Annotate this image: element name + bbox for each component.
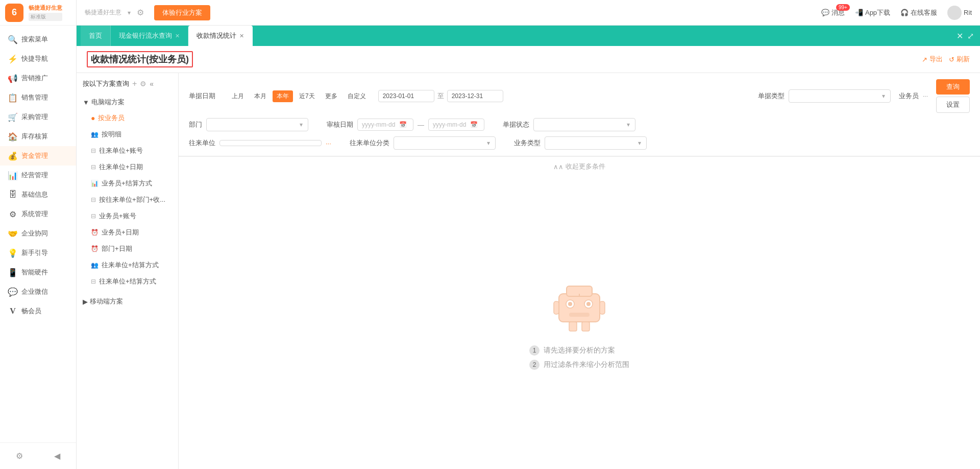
wechat-icon: 💬: [8, 287, 17, 296]
sidebar-item-label: 搜索菜单: [21, 35, 48, 44]
sidebar-item-finance[interactable]: 💰 资金管理: [0, 146, 76, 166]
date-tab-this-month[interactable]: 本月: [250, 90, 271, 102]
scheme-item-by-detail[interactable]: 👥 按明细: [77, 126, 178, 143]
review-date-to[interactable]: yyyy-mm-dd 📅: [428, 119, 484, 131]
sidebar-item-quick-nav[interactable]: ⚡ 快捷导航: [0, 49, 76, 68]
tab-bank-flow-close[interactable]: ✕: [175, 33, 180, 39]
desktop-group-title[interactable]: ▼ 电脑端方案: [77, 95, 178, 110]
scheme-item-unit-date[interactable]: ⊟ 往来单位+日期: [77, 159, 178, 175]
scheme-header-label: 按以下方案查询: [83, 79, 129, 88]
tab-close-btn[interactable]: ✕: [957, 31, 963, 41]
sidebar-collapse-btn[interactable]: ◀: [51, 448, 63, 464]
sidebar-settings-btn[interactable]: ⚙: [13, 448, 26, 464]
doc-type-filter-group: 单据类型 ▾: [758, 89, 891, 103]
sidebar-item-inventory[interactable]: 🏠 库存核算: [0, 127, 76, 146]
scheme-item-salesperson-date[interactable]: ⏰ 业务员+日期: [77, 224, 178, 241]
scheme-item-salesperson-settle[interactable]: 📊 业务员+结算方式: [77, 175, 178, 192]
sidebar-item-wechat[interactable]: 💬 企业微信: [0, 282, 76, 301]
sidebar-item-guide[interactable]: 💡 新手引导: [0, 243, 76, 263]
doc-status-select[interactable]: ▾: [533, 118, 635, 131]
scheme-header: 按以下方案查询 + ⚙ «: [77, 73, 178, 92]
tab-home[interactable]: 首页: [81, 26, 111, 46]
sidebar-bottom: ⚙ ◀: [0, 442, 76, 469]
scheme-item-salesperson-account[interactable]: ⊟ 业务员+账号: [77, 208, 178, 224]
topbar-gear-icon[interactable]: ⚙: [137, 8, 144, 17]
date-tab-this-year[interactable]: 本年: [273, 90, 293, 102]
unit-select[interactable]: [219, 140, 322, 146]
review-date-from[interactable]: yyyy-mm-dd 📅: [357, 119, 413, 131]
date-tab-last-month[interactable]: 上月: [228, 90, 248, 102]
setting-button[interactable]: 设置: [936, 97, 970, 113]
scheme-item-unit-account[interactable]: ⊟ 往来单位+账号: [77, 143, 178, 159]
date-to-input[interactable]: 2023-12-31: [447, 90, 503, 102]
empty-robot-icon: [549, 276, 610, 337]
online-service-button[interactable]: 🎧 在线客服: [900, 8, 937, 17]
sidebar-item-purchase[interactable]: 🛒 采购管理: [0, 107, 76, 127]
sidebar-item-sales[interactable]: 📋 销售管理: [0, 88, 76, 107]
unit-category-label: 往来单位分类: [350, 138, 389, 148]
mobile-group-title[interactable]: ▶ 移动端方案: [77, 294, 178, 309]
date-tab-custom[interactable]: 自定义: [344, 90, 370, 102]
scheme-item-by-salesperson[interactable]: ● 按业务员: [77, 110, 178, 126]
date-from-input[interactable]: 2023-01-01: [378, 90, 434, 102]
enterprise-icon: 🤝: [8, 229, 17, 238]
sidebar-item-marketing[interactable]: 📢 营销推广: [0, 68, 76, 88]
scheme-setting-btn[interactable]: ⚙: [140, 80, 146, 88]
tip-num-2: 2: [529, 360, 540, 370]
trial-button[interactable]: 体验行业方案: [154, 5, 210, 20]
query-button[interactable]: 查询: [936, 79, 970, 95]
refresh-button[interactable]: ↺ 刷新: [949, 55, 970, 64]
sidebar-item-label: 营销推广: [21, 74, 48, 83]
date-tab-more[interactable]: 更多: [321, 90, 341, 102]
scheme-collapse-btn[interactable]: «: [150, 80, 154, 88]
unit-settle1-icon: 👥: [91, 262, 99, 269]
sidebar-item-member[interactable]: V 畅会员: [0, 301, 76, 321]
avatar: [947, 6, 962, 20]
scheme-item-dept-date[interactable]: ⏰ 部门+日期: [77, 241, 178, 257]
page-header: 收款情况统计(按业务员) ↗ 导出 ↺ 刷新: [77, 46, 980, 73]
unit-more-btn[interactable]: ···: [326, 139, 331, 147]
scheme-item-unit-dept-collect[interactable]: ⊟ 按往来单位+部门+收...: [77, 192, 178, 208]
unit-category-select[interactable]: ▾: [394, 136, 496, 150]
guide-icon: 💡: [8, 248, 17, 257]
sidebar-item-hardware[interactable]: 📱 智能硬件: [0, 263, 76, 282]
tab-collection-stats-close[interactable]: ✕: [239, 33, 244, 39]
tab-bank-flow[interactable]: 现金银行流水查询 ✕: [111, 26, 188, 46]
doc-type-select[interactable]: ▾: [789, 89, 891, 103]
scheme-item-unit-settle2[interactable]: ⊟ 往来单位+结算方式: [77, 273, 178, 290]
export-button[interactable]: ↗ 导出: [922, 55, 943, 64]
sidebar-item-label: 企业微信: [21, 287, 48, 296]
sidebar-item-operation[interactable]: 📊 经营管理: [0, 166, 76, 185]
page-title: 收款情况统计(按业务员): [87, 51, 193, 67]
scheme-item-unit-settle1[interactable]: 👥 往来单位+结算方式: [77, 257, 178, 273]
member-icon: V: [8, 307, 17, 316]
sidebar-item-basic[interactable]: 🗄 基础信息: [0, 185, 76, 204]
app-download-button[interactable]: 📲 App下载: [855, 8, 890, 17]
date-tab-last7[interactable]: 近7天: [295, 90, 319, 102]
sidebar-item-enterprise[interactable]: 🤝 企业协同: [0, 224, 76, 243]
collapse-button[interactable]: ∧∧ 收起更多条件: [553, 162, 605, 171]
date-filter-label: 单据日期: [189, 91, 219, 101]
biz-type-select[interactable]: ▾: [545, 136, 647, 150]
date-dash: 至: [437, 91, 444, 101]
sidebar-item-search[interactable]: 🔍 搜索菜单: [0, 30, 76, 49]
tip-num-1: 1: [529, 345, 540, 356]
dept-filter-group: 部门 ▾: [189, 118, 308, 131]
tab-home-label: 首页: [89, 31, 102, 40]
tab-maximize-btn[interactable]: ⤢: [967, 31, 974, 41]
message-button[interactable]: 💬 消息 99+: [821, 8, 845, 17]
filter-area: 单据日期 上月 本月 本年 近7天 更多 自定义 2023-01-01 至: [179, 73, 980, 156]
add-scheme-btn[interactable]: +: [132, 79, 137, 88]
message-icon: 💬: [821, 9, 829, 16]
dept-select[interactable]: ▾: [206, 118, 308, 131]
tab-collection-stats[interactable]: 收款情况统计 ✕: [188, 26, 253, 46]
tabs-right-actions: ✕ ⤢: [957, 31, 980, 41]
user-avatar-area[interactable]: Rit: [947, 6, 972, 20]
topbar-chevron-icon[interactable]: ▾: [128, 9, 131, 16]
salesperson-filter-label: 业务员: [899, 91, 919, 101]
filter-row-3: 往来单位 ··· 往来单位分类 ▾ 业务类型: [189, 136, 970, 150]
sidebar-item-system[interactable]: ⚙ 系统管理: [0, 204, 76, 224]
salesperson-more-btn[interactable]: ···: [923, 92, 928, 100]
scheme-item-label: 部门+日期: [102, 244, 132, 253]
scheme-item-label: 按业务员: [98, 113, 125, 123]
